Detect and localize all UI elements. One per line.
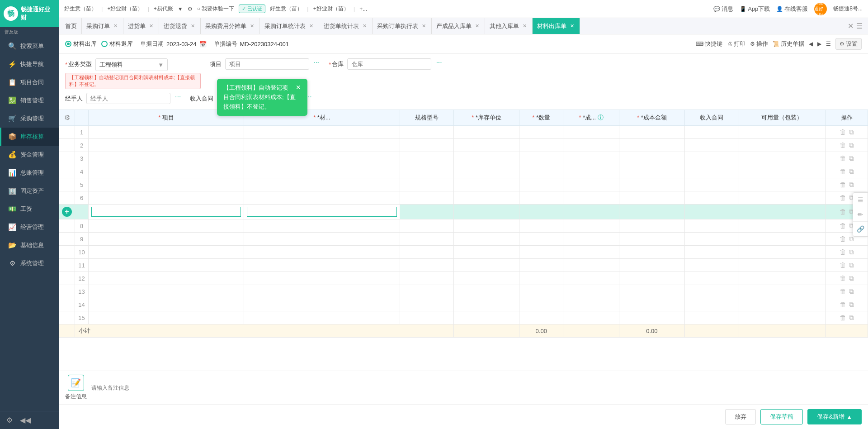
topbar-good-wealth[interactable]: +好业财（苗） xyxy=(107,5,143,13)
topbar-easy-agent[interactable]: +易代账 xyxy=(154,5,173,13)
tab-purchase-expense[interactable]: 采购费用分摊单 ✕ xyxy=(201,18,260,34)
topbar-more[interactable]: +... xyxy=(359,6,367,12)
sidebar-item-project[interactable]: 📋 项目合同 xyxy=(0,73,59,91)
discard-btn[interactable]: 放弃 xyxy=(725,409,756,424)
delete-row-btn[interactable]: 🗑 xyxy=(840,128,846,136)
operator-input[interactable] xyxy=(86,93,170,104)
warehouse-dots-btn[interactable]: ··· xyxy=(436,58,442,67)
delete-row-btn[interactable]: 🗑 xyxy=(840,154,846,162)
topbar-app-download[interactable]: 📱 App下载 xyxy=(740,5,770,13)
topbar-expand-btn[interactable]: ▼ xyxy=(178,6,183,12)
tab-close-purchase-exec[interactable]: ✕ xyxy=(421,23,427,29)
delete-row-btn[interactable]: 🗑 xyxy=(840,274,846,282)
copy-row-btn[interactable]: ⧉ xyxy=(849,300,854,308)
tab-purchase-order[interactable]: 采购订单 ✕ xyxy=(82,18,123,34)
tab-close-other-incoming[interactable]: ✕ xyxy=(522,23,528,29)
sidebar-item-fixed-assets[interactable]: 🏢 固定资产 xyxy=(0,182,59,200)
tab-material-out[interactable]: 材料出库单 ✕ xyxy=(533,18,580,34)
sidebar-item-inventory[interactable]: 📦 库存核算 xyxy=(0,128,59,146)
tab-close-all[interactable]: ✕ xyxy=(848,22,854,30)
topbar-username[interactable]: 畅捷通8号... xyxy=(833,5,863,13)
right-icon-link[interactable]: 🔗 xyxy=(853,222,868,236)
copy-row-btn[interactable]: ⧉ xyxy=(849,287,854,295)
sidebar-item-payroll[interactable]: 💵 工资 xyxy=(0,200,59,218)
topbar-online-service[interactable]: 👤 在线客服 xyxy=(776,5,808,13)
print-btn[interactable]: 🖨 打印 xyxy=(727,40,745,48)
copy-row-btn[interactable]: ⧉ xyxy=(849,274,854,282)
settings-bottom-icon[interactable]: ⚙ xyxy=(6,416,13,424)
tab-close-incoming-stats[interactable]: ✕ xyxy=(362,23,368,29)
user-avatar[interactable]: 畅捷通好业财 xyxy=(814,3,827,15)
tab-menu[interactable]: ☰ xyxy=(856,22,863,30)
copy-row-btn[interactable]: ⧉ xyxy=(849,261,854,269)
collapse-icon[interactable]: ◀◀ xyxy=(20,416,31,424)
tab-close-purchase-order[interactable]: ✕ xyxy=(113,23,118,29)
tab-incoming-return[interactable]: 进货退货 ✕ xyxy=(159,18,201,34)
tab-close-material-out[interactable]: ✕ xyxy=(569,23,575,29)
tooltip-close-btn[interactable]: ✕ xyxy=(296,82,301,92)
tab-purchase-stats[interactable]: 采购订单统计表 ✕ xyxy=(260,18,319,34)
tab-incoming[interactable]: 进货单 ✕ xyxy=(123,18,159,34)
tab-close-purchase-expense[interactable]: ✕ xyxy=(249,23,255,29)
copy-row-btn[interactable]: ⧉ xyxy=(849,141,854,149)
save-new-btn[interactable]: 保存&新增 ▲ xyxy=(807,409,862,424)
tab-close-finished-goods[interactable]: ✕ xyxy=(474,23,480,29)
warehouse-input[interactable] xyxy=(347,58,431,70)
operator-dots-btn[interactable]: ··· xyxy=(175,93,181,101)
nav-prev-btn[interactable]: ◀ xyxy=(809,41,813,47)
tab-incoming-stats[interactable]: 进货单统计表 ✕ xyxy=(319,18,373,34)
save-draft-btn[interactable]: 保存草稿 xyxy=(760,409,803,424)
operation-btn[interactable]: ⚙ 操作 xyxy=(750,40,768,48)
delete-row-btn[interactable]: 🗑 xyxy=(840,248,846,256)
col-settings-btn[interactable]: ⚙ xyxy=(64,114,70,122)
sidebar-item-finance[interactable]: 💰 资金管理 xyxy=(0,146,59,164)
delete-row-btn[interactable]: 🗑 xyxy=(840,300,846,308)
delete-row-btn[interactable]: 🗑 xyxy=(840,208,846,215)
sidebar-item-search[interactable]: 🔍 搜索菜单 xyxy=(0,37,59,55)
copy-row-btn[interactable]: ⧉ xyxy=(849,314,854,321)
topbar-good-wealth-2[interactable]: +好业财（苗） xyxy=(313,5,349,13)
topbar-message[interactable]: 💬 消息 xyxy=(713,5,733,13)
nav-next-btn[interactable]: ▶ xyxy=(817,41,821,47)
row7-item-input[interactable] xyxy=(91,207,241,217)
quick-key-btn[interactable]: ⌨ 快捷键 xyxy=(696,40,722,48)
delete-row-btn[interactable]: 🗑 xyxy=(840,261,846,269)
copy-row-btn[interactable]: ⧉ xyxy=(849,181,854,188)
sidebar-item-purchase[interactable]: 🛒 采购管理 xyxy=(0,110,59,128)
history-btn[interactable]: 📜 历史单据 xyxy=(773,40,804,48)
delete-row-btn[interactable]: 🗑 xyxy=(840,141,846,149)
copy-row-btn[interactable]: ⧉ xyxy=(849,154,854,162)
settings-btn[interactable]: ⚙ 设置 xyxy=(835,38,862,50)
sidebar-item-basic[interactable]: 📂 基础信息 xyxy=(0,236,59,254)
delete-row-btn[interactable]: 🗑 xyxy=(840,181,846,188)
delete-row-btn[interactable]: 🗑 xyxy=(840,314,846,321)
tab-purchase-exec[interactable]: 采购订单执行表 ✕ xyxy=(373,18,432,34)
topbar-good-biz-2[interactable]: 好生意（苗） xyxy=(270,5,302,13)
add-row-btn[interactable]: + xyxy=(62,207,72,217)
topbar-good-biz-1[interactable]: 好生意（苗） xyxy=(64,5,97,13)
tab-close-purchase-stats[interactable]: ✕ xyxy=(308,23,314,29)
tab-close-incoming[interactable]: ✕ xyxy=(148,23,154,29)
sidebar-item-operations[interactable]: 📈 经营管理 xyxy=(0,218,59,236)
col-settings[interactable]: ⚙ xyxy=(59,110,75,126)
project-dots-btn[interactable]: ··· xyxy=(314,58,320,67)
tab-home[interactable]: 首页 xyxy=(61,18,82,34)
delete-row-btn[interactable]: 🗑 xyxy=(840,194,846,201)
tab-close-incoming-return[interactable]: ✕ xyxy=(190,23,196,29)
copy-row-btn[interactable]: ⧉ xyxy=(849,128,854,136)
sidebar-item-sales[interactable]: 💹 销售管理 xyxy=(0,91,59,110)
delete-row-btn[interactable]: 🗑 xyxy=(840,222,846,229)
right-icon-table[interactable]: ☰ xyxy=(853,193,868,207)
view-list-btn[interactable]: ☰ xyxy=(826,41,831,47)
radio-material-return[interactable]: 材料退库 xyxy=(101,40,133,48)
project-input[interactable] xyxy=(225,58,309,70)
copy-row-btn[interactable]: ⧉ xyxy=(849,167,854,175)
tab-finished-goods[interactable]: 产成品入库单 ✕ xyxy=(432,18,485,34)
topbar-settings-icon[interactable]: ⚙ xyxy=(188,6,193,12)
delete-row-btn[interactable]: 🗑 xyxy=(840,235,846,243)
topbar-experience[interactable]: ○ 我要体验一下 xyxy=(197,5,235,13)
sidebar-item-accounting[interactable]: 📊 总账管理 xyxy=(0,164,59,182)
delete-row-btn[interactable]: 🗑 xyxy=(840,287,846,295)
sidebar-item-system[interactable]: ⚙ 系统管理 xyxy=(0,254,59,272)
calendar-icon[interactable]: 📅 xyxy=(199,41,207,48)
